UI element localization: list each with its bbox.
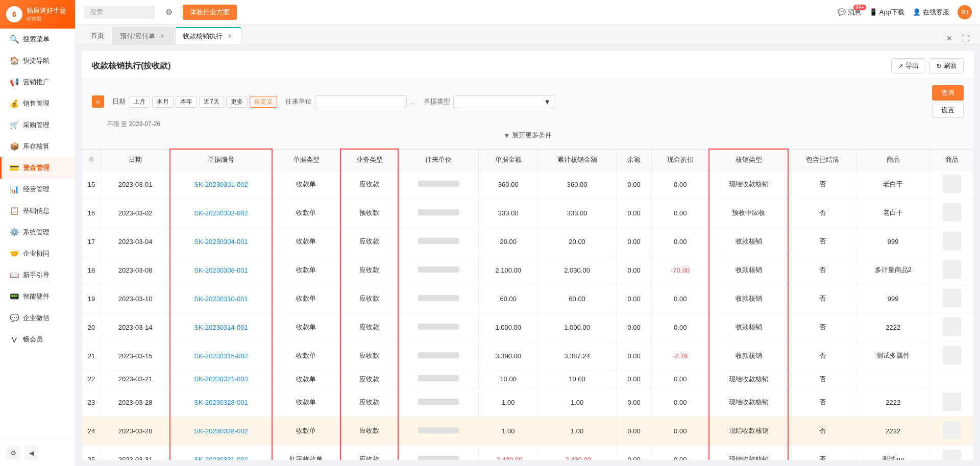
date-btn-7days[interactable]: 近7天	[199, 96, 224, 108]
cell-discount: 0.00	[652, 445, 709, 460]
tab-prepay-close[interactable]: ✕	[158, 32, 166, 40]
cell-biz-type: 预收款	[340, 199, 398, 227]
cell-verify-type: 收款核销	[709, 313, 788, 341]
sidebar-item-purchase[interactable]: 🛒采购管理	[0, 114, 75, 136]
sidebar-item-finance[interactable]: 💳资金管理	[0, 157, 75, 179]
filter-doc-type: 单据类型 ▼	[424, 95, 555, 108]
cell-doc-no: SK-20230331-002	[170, 445, 272, 460]
tab-expand-icon[interactable]: ⛶	[960, 32, 972, 44]
export-label: 导出	[905, 61, 919, 70]
cell-balance: 0.00	[616, 284, 651, 313]
cell-accum: 60.00	[538, 284, 617, 313]
tab-home[interactable]: 首页	[84, 27, 111, 44]
doc-no-link[interactable]: SK-20230331-002	[194, 456, 248, 460]
cell-goods2	[930, 416, 974, 445]
filter-toggle-btn[interactable]: »	[92, 95, 104, 108]
cell-discount: 0.00	[652, 227, 709, 256]
cell-doc-type: 收款单	[272, 170, 340, 199]
doc-no-link[interactable]: SK-20230321-003	[194, 375, 248, 383]
cell-doc-type: 收款单	[272, 284, 340, 313]
table-row: 17 2023-03-04 SK-20230304-001 收款单 应收款 20…	[82, 227, 974, 256]
cell-included: 否	[788, 341, 856, 370]
operations-icon: 📊	[10, 185, 19, 194]
sidebar-item-search[interactable]: 🔍搜索菜单	[0, 29, 75, 50]
date-btn-custom[interactable]: 自定义	[250, 96, 277, 108]
cell-amount: 10.00	[479, 370, 538, 388]
doc-no-link[interactable]: SK-20230302-002	[194, 209, 248, 217]
tab-receive-close[interactable]: ✕	[226, 32, 234, 40]
sidebar-item-sales[interactable]: 💰销售管理	[0, 93, 75, 114]
basic-icon: 📋	[10, 206, 19, 215]
sidebar-item-operations[interactable]: 📊经营管理	[0, 179, 75, 200]
query-button[interactable]: 查询	[932, 85, 964, 101]
column-settings-icon[interactable]: ⚙	[86, 155, 96, 165]
doc-no-link[interactable]: SK-20230308-001	[194, 266, 248, 274]
doc-no-link[interactable]: SK-20230304-001	[194, 238, 248, 246]
party-ellipsis[interactable]: ...	[410, 98, 415, 106]
sidebar-item-hardware[interactable]: 📟智能硬件	[0, 286, 75, 307]
sidebar-item-inventory[interactable]: 📦库存核算	[0, 136, 75, 157]
sidebar-item-quick-nav[interactable]: 🏠快捷导航	[0, 50, 75, 71]
doc-no-link[interactable]: SK-20230328-001	[194, 399, 248, 406]
date-btn-last-month[interactable]: 上月	[129, 96, 150, 108]
cell-biz-type: 应收款	[340, 445, 398, 460]
cell-date: 2023-03-08	[101, 256, 170, 284]
cell-no: 22	[82, 370, 101, 388]
party-input[interactable]	[315, 95, 407, 108]
doc-type-select[interactable]: ▼	[453, 95, 555, 108]
tab-close-all-icon[interactable]: ✕	[943, 32, 955, 44]
messages-button[interactable]: 💬 消息 99+	[838, 8, 861, 17]
cell-no: 20	[82, 313, 101, 341]
cell-amount: 360.00	[479, 170, 538, 199]
online-service-button[interactable]: 👤 在线客服	[913, 8, 949, 17]
doc-no-link[interactable]: SK-20230328-002	[194, 427, 248, 435]
cell-no: 23	[82, 388, 101, 416]
sidebar-item-system[interactable]: ⚙️系统管理	[0, 222, 75, 243]
topbar: 搜索 ⚙ 体验行业方案 💬 消息 99+ 📱 App下载 👤 在线客服 Rit	[76, 0, 980, 24]
tab-receive[interactable]: 收款核销执行 ✕	[175, 27, 241, 44]
date-btn-more[interactable]: 更多	[226, 96, 248, 108]
sidebar-item-guide[interactable]: 📖新手引导	[0, 264, 75, 286]
cell-included: 否	[788, 227, 856, 256]
filter-settings-button[interactable]: 设置	[932, 103, 964, 118]
cell-balance: 0.00	[616, 370, 651, 388]
tab-prepay[interactable]: 预付/应付单 ✕	[112, 27, 174, 44]
filter-bar: » 日期 上月 本月 本年 近7天 更多 自定义 往来单位	[82, 79, 974, 149]
th-verify-type: 核销类型	[709, 149, 788, 170]
cell-party	[398, 170, 479, 199]
app-download-button[interactable]: 📱 App下载	[869, 8, 904, 17]
collapse-btn[interactable]: ◀	[24, 446, 39, 460]
sidebar-item-collab[interactable]: 🤝企业协同	[0, 243, 75, 264]
cell-party	[398, 370, 479, 388]
cell-party	[398, 313, 479, 341]
cell-accum: 2,030.00	[538, 256, 617, 284]
doc-no-link[interactable]: SK-20230301-002	[194, 181, 248, 188]
sidebar: 6 畅康道好生意 标推版 🔍搜索菜单🏠快捷导航📢营销推广💰销售管理🛒采购管理📦库…	[0, 0, 76, 466]
expand-btn[interactable]: ▼ 展开更多条件	[504, 131, 552, 140]
sidebar-item-wechat[interactable]: 💬企业微信	[0, 307, 75, 329]
sidebar-item-basic[interactable]: 📋基础信息	[0, 200, 75, 222]
topbar-gear-icon[interactable]: ⚙	[161, 5, 177, 20]
cell-goods1: 测试jun	[856, 445, 930, 460]
date-sub-label: 不限 至 2023-07-26	[92, 118, 964, 129]
cell-accum: 3,387.24	[538, 341, 617, 370]
export-button[interactable]: ↗ 导出	[891, 58, 925, 73]
sidebar-item-member[interactable]: V畅会员	[0, 329, 75, 350]
doc-no-link[interactable]: SK-20230310-001	[194, 295, 248, 303]
date-options: 上月 本月 本年 近7天 更多 自定义	[129, 96, 277, 108]
date-btn-this-year[interactable]: 本年	[176, 96, 197, 108]
cell-no: 16	[82, 199, 101, 227]
doc-no-link[interactable]: SK-20230314-001	[194, 324, 248, 331]
settings-btn[interactable]: ⚙	[6, 446, 20, 460]
trial-button[interactable]: 体验行业方案	[183, 5, 237, 20]
doc-no-link[interactable]: SK-20230315-002	[194, 352, 248, 360]
marketing-icon: 📢	[10, 78, 19, 87]
cell-no: 17	[82, 227, 101, 256]
doc-type-label: 单据类型	[424, 97, 450, 106]
expand-row: ▼ 展开更多条件	[92, 129, 964, 142]
refresh-button[interactable]: ↻ 刷新	[929, 58, 964, 73]
sidebar-item-marketing[interactable]: 📢营销推广	[0, 71, 75, 93]
date-btn-this-month[interactable]: 本月	[152, 96, 174, 108]
cell-goods2	[930, 256, 974, 284]
user-avatar[interactable]: Rit	[958, 5, 972, 19]
